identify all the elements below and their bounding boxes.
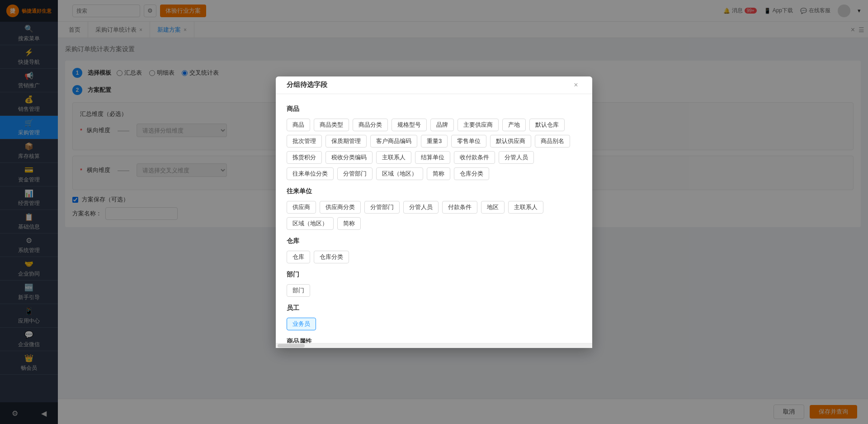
field-tag[interactable]: 主联系人 <box>376 151 411 164</box>
field-tag[interactable]: 结算单位 <box>415 151 450 164</box>
modal-body[interactable]: 商品 商品 商品类型 商品分类 规格型号 品牌 主要供应商 产地 默认仓库 批次… <box>276 94 592 343</box>
modal-header: 分组待选字段 × <box>276 76 592 95</box>
field-tag[interactable]: 仓库 <box>287 251 310 263</box>
field-tag[interactable]: 保质期管理 <box>326 135 367 148</box>
field-tag[interactable]: 商品类型 <box>314 119 349 131</box>
field-tag[interactable]: 默认供应商 <box>490 135 531 148</box>
section-title-dept: 部门 <box>287 271 581 279</box>
field-tag[interactable]: 供应商 <box>287 201 316 214</box>
field-tag[interactable]: 分管人员 <box>499 151 534 164</box>
field-tag[interactable]: 简称 <box>427 167 450 180</box>
modal-close-button[interactable]: × <box>571 80 581 91</box>
field-grid-partner: 供应商 供应商分类 分管部门 分管人员 付款条件 地区 主联系人 区域（地区） … <box>287 201 581 230</box>
field-tag[interactable]: 部门 <box>287 284 310 297</box>
field-tag[interactable]: 商品 <box>287 119 310 131</box>
section-title-attr: 商品属性 <box>287 338 581 343</box>
field-tag[interactable]: 规格型号 <box>392 119 427 131</box>
field-grid-goods: 商品 商品类型 商品分类 规格型号 品牌 主要供应商 产地 默认仓库 批次管理 … <box>287 119 581 180</box>
field-tag[interactable]: 默认仓库 <box>529 119 565 131</box>
section-title-partner: 往来单位 <box>287 187 581 195</box>
field-tag-selected[interactable]: 业务员 <box>287 318 316 330</box>
field-tag[interactable]: 简称 <box>337 217 361 230</box>
field-tag[interactable]: 商品别名 <box>535 135 570 148</box>
field-tag[interactable]: 供应商分类 <box>320 201 361 214</box>
field-tag[interactable]: 品牌 <box>430 119 454 131</box>
section-title-warehouse: 仓库 <box>287 237 581 245</box>
field-tag[interactable]: 分管部门 <box>364 201 400 214</box>
field-select-modal: 分组待选字段 × 商品 商品 商品类型 商品分类 规格型号 品牌 主要供应商 产… <box>276 76 592 348</box>
field-tag[interactable]: 商品分类 <box>353 119 388 131</box>
modal-overlay: 分组待选字段 × 商品 商品 商品类型 商品分类 规格型号 品牌 主要供应商 产… <box>0 0 868 424</box>
field-tag[interactable]: 主要供应商 <box>458 119 499 131</box>
field-tag[interactable]: 往来单位分类 <box>287 167 334 180</box>
section-title-employee: 员工 <box>287 304 581 312</box>
field-tag[interactable]: 分管人员 <box>403 201 439 214</box>
field-tag[interactable]: 零售单位 <box>451 135 486 148</box>
field-tag[interactable]: 批次管理 <box>287 135 322 148</box>
field-tag[interactable]: 重量3 <box>421 135 448 148</box>
field-tag[interactable]: 仓库分类 <box>454 167 489 180</box>
field-tag[interactable]: 产地 <box>502 119 526 131</box>
field-tag[interactable]: 付款条件 <box>442 201 477 214</box>
field-tag[interactable]: 主联系人 <box>508 201 543 214</box>
modal-hscroll-thumb <box>278 344 305 348</box>
field-tag[interactable]: 地区 <box>481 201 505 214</box>
field-grid-employee: 业务员 <box>287 318 581 330</box>
field-tag[interactable]: 收付款条件 <box>454 151 495 164</box>
field-tag[interactable]: 仓库分类 <box>314 251 349 263</box>
field-tag[interactable]: 分管部门 <box>337 167 373 180</box>
field-tag[interactable]: 区域（地区） <box>376 167 423 180</box>
field-grid-warehouse: 仓库 仓库分类 <box>287 251 581 263</box>
field-grid-dept: 部门 <box>287 284 581 297</box>
field-tag[interactable]: 区域（地区） <box>287 217 334 230</box>
modal-title: 分组待选字段 <box>287 81 327 89</box>
field-tag[interactable]: 拣货积分 <box>287 151 322 164</box>
section-title-goods: 商品 <box>287 105 581 113</box>
modal-horizontal-scroll[interactable] <box>276 343 592 348</box>
field-tag[interactable]: 税收分类编码 <box>326 151 373 164</box>
field-tag[interactable]: 客户商品编码 <box>370 135 417 148</box>
